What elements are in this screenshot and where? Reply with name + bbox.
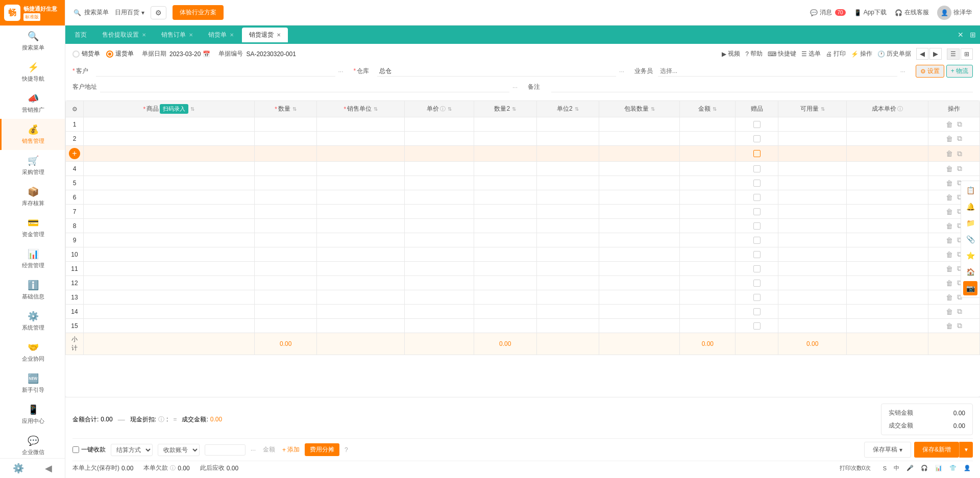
gift-checkbox[interactable]	[753, 121, 761, 128]
topbar-search[interactable]: 🔍 搜索菜单	[74, 8, 109, 17]
address-input[interactable]	[100, 82, 509, 92]
tab-home[interactable]: 首页	[67, 28, 94, 42]
row-gift[interactable]	[736, 117, 778, 132]
right-icon-folder[interactable]: 📁	[963, 216, 977, 230]
settings-dropdown[interactable]: 日用百货 ▾	[115, 8, 144, 17]
sort-icon[interactable]: ⇅	[512, 106, 516, 112]
row-gift[interactable]	[736, 132, 778, 146]
row-cost-price[interactable]	[847, 146, 928, 162]
row-pack-qty[interactable]	[599, 117, 680, 132]
sidebar-item-search[interactable]: 🔍 搜索菜单	[0, 26, 65, 57]
sidebar-item-system[interactable]: ⚙️ 系统管理	[0, 306, 65, 337]
delete-row-btn[interactable]: 🗑	[945, 279, 954, 287]
taskbar-s-icon[interactable]: S	[881, 464, 889, 472]
row-amount[interactable]	[680, 132, 736, 146]
right-icon-notes[interactable]: 📋	[963, 183, 977, 197]
tab-grid-btn[interactable]: ⊞	[968, 30, 978, 40]
save-draft-btn[interactable]: 保存草稿 ▾	[864, 442, 911, 458]
messages-btn[interactable]: 💬 消息 70	[810, 8, 846, 17]
row-qty2[interactable]	[474, 117, 536, 132]
online-service-btn[interactable]: 🎧 在线客服	[895, 8, 929, 17]
prev-btn[interactable]: ◀	[916, 48, 928, 60]
taskbar-mic-icon[interactable]: 🎤	[904, 464, 916, 472]
delete-row-btn[interactable]: 🗑	[945, 236, 954, 244]
sidebar-collapse-btn[interactable]: ◀	[45, 463, 52, 474]
sort-icon[interactable]: ⇅	[448, 106, 452, 112]
gift-checkbox[interactable]	[753, 251, 761, 258]
sidebar-item-basics[interactable]: ℹ️ 基础信息	[0, 274, 65, 306]
address-select-btn[interactable]: ···	[512, 84, 518, 91]
sort-icon[interactable]: ⇅	[821, 106, 825, 112]
row-product[interactable]	[84, 146, 255, 162]
row-qty2[interactable]	[474, 146, 536, 162]
sidebar-settings-btn[interactable]: ⚙️	[13, 463, 24, 474]
row-price[interactable]	[405, 146, 474, 162]
row-qty[interactable]	[254, 146, 317, 162]
fee-info-icon[interactable]: ?	[345, 446, 348, 454]
add-btn[interactable]: + 添加	[282, 445, 300, 454]
topbar-settings-btn[interactable]: ⚙	[151, 6, 166, 19]
taskbar-headset-icon[interactable]: 🎧	[919, 464, 930, 472]
gift-checkbox[interactable]	[753, 294, 761, 301]
delete-row-btn[interactable]: 🗑	[945, 307, 954, 316]
row-product[interactable]	[84, 132, 255, 146]
row-cost-price[interactable]	[847, 117, 928, 132]
save-new-btn[interactable]: 保存&新增	[914, 442, 959, 458]
right-icon-favorite[interactable]: ⭐	[963, 248, 977, 263]
experience-btn[interactable]: 体验行业方案	[173, 5, 224, 20]
user-profile-btn[interactable]: 👤 徐泽华	[937, 6, 972, 20]
row-qty[interactable]	[254, 117, 317, 132]
row-unit[interactable]	[317, 132, 405, 146]
sidebar-item-sales[interactable]: 💰 销售管理	[0, 119, 65, 150]
info-icon[interactable]: ⓘ	[158, 415, 164, 424]
history-btn[interactable]: 🕐 历史单据	[877, 49, 911, 58]
row-gift[interactable]	[736, 146, 778, 162]
gift-checkbox[interactable]	[753, 150, 761, 157]
select-btn[interactable]: ☰ 选单	[801, 49, 821, 58]
scan-btn[interactable]: 扫码录入	[160, 104, 188, 114]
sidebar-item-apps[interactable]: 📱 应用中心	[0, 399, 65, 430]
row-unit[interactable]	[317, 146, 405, 162]
tab-sales-return[interactable]: 销货退货 ✕	[242, 28, 288, 42]
gift-checkbox[interactable]	[753, 194, 761, 201]
tab-close-icon[interactable]: ✕	[189, 32, 193, 38]
account-select[interactable]: 收款账号	[158, 444, 200, 456]
salesman-input[interactable]	[658, 66, 897, 77]
row-price[interactable]	[405, 132, 474, 146]
sort-icon[interactable]: ⇅	[713, 106, 717, 112]
copy-row-btn[interactable]: ⧉	[956, 321, 963, 330]
sidebar-item-wechat[interactable]: 💬 企业微信	[0, 430, 65, 458]
customer-select-btn[interactable]: ···	[338, 68, 344, 75]
row-unit2[interactable]	[536, 117, 599, 132]
row-pack-qty[interactable]	[599, 132, 680, 146]
row-amount[interactable]	[680, 146, 736, 162]
tab-close-icon[interactable]: ✕	[142, 32, 146, 38]
save-new-dropdown-btn[interactable]: ▼	[959, 442, 973, 458]
calc-method-select[interactable]: 结算方式	[111, 444, 153, 456]
info-icon[interactable]: ⓘ	[897, 105, 903, 113]
tab-close-icon[interactable]: ✕	[230, 32, 234, 38]
print-btn[interactable]: 🖨 打印	[826, 49, 846, 58]
row-available[interactable]	[778, 117, 847, 132]
sidebar-item-inventory[interactable]: 📦 库存核算	[0, 181, 65, 212]
taskbar-shirt-icon[interactable]: 👕	[947, 464, 959, 472]
row-unit2[interactable]	[536, 146, 599, 162]
gift-checkbox[interactable]	[753, 322, 761, 330]
warehouse-select-btn[interactable]: ···	[619, 68, 624, 75]
delete-row-btn[interactable]: 🗑	[945, 207, 954, 216]
tab-close-all-btn[interactable]: ✕	[955, 30, 966, 40]
sidebar-item-finance[interactable]: 💳 资金管理	[0, 212, 65, 243]
gear-icon[interactable]: ⚙	[72, 106, 78, 113]
right-icon-camera[interactable]: 📷	[963, 281, 977, 295]
video-help-btn[interactable]: ▶ 视频	[722, 49, 740, 58]
delete-row-btn[interactable]: 🗑	[945, 179, 954, 187]
sidebar-item-marketing[interactable]: 📣 营销推广	[0, 88, 65, 119]
copy-row-btn[interactable]: ⧉	[956, 120, 963, 129]
row-amount[interactable]	[680, 117, 736, 132]
copy-row-btn[interactable]: ⧉	[956, 149, 963, 158]
help-btn[interactable]: ? 帮助	[745, 49, 763, 58]
right-icon-attachment[interactable]: 📎	[963, 232, 977, 246]
grid-view-btn[interactable]: ⊞	[961, 48, 973, 60]
gift-checkbox[interactable]	[753, 280, 761, 287]
delete-row-btn[interactable]: 🗑	[945, 221, 954, 230]
